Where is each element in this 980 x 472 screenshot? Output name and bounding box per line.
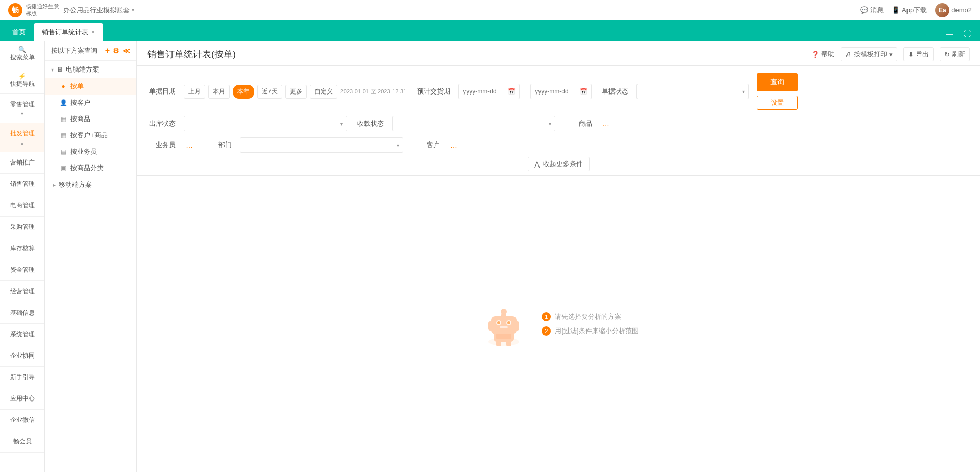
date-btn-last-7[interactable]: 近7天 [257, 85, 282, 99]
date-end-wrapper: 📅 [530, 84, 592, 99]
department-select[interactable] [240, 137, 403, 153]
sidebar-item-enterprise[interactable]: 企业协同 [0, 345, 44, 367]
empty-content: 1 请先选择要分析的方案 2 用[过滤]条件来缩小分析范围 [478, 298, 638, 349]
sidebar-marketing-label: 营销推广 [10, 158, 35, 167]
expected-delivery-input-group: 📅 — 📅 [458, 84, 592, 99]
scheme-group-pc: ▾ 🖥 电脑端方案 ● 按单 👤 按客户 ▦ 按商品 [45, 61, 136, 176]
scheme-group-pc-header[interactable]: ▾ 🖥 电脑端方案 [45, 61, 136, 78]
date-end-input[interactable] [530, 84, 592, 99]
main-layout: 🔍 搜索菜单 ⚡ 快捷导航 零售管理 ▾ 批发管理 ▴ 营销推广 销售管理 电商… [0, 41, 980, 472]
shipment-status-label: 出库状态 [147, 119, 176, 128]
scheme-item-by-product[interactable]: ▦ 按商品 [45, 111, 136, 127]
sidebar-item-operation[interactable]: 经营管理 [0, 281, 44, 302]
window-minimize-icon[interactable]: — [943, 29, 957, 39]
message-button[interactable]: 💬 消息 [860, 6, 884, 15]
sidebar-item-retail[interactable]: 零售管理 ▾ [0, 94, 44, 123]
order-status-select[interactable] [636, 84, 749, 99]
sidebar-item-marketing[interactable]: 营销推广 [0, 152, 44, 174]
scheme-item-label: 按商品分类 [70, 163, 104, 173]
sidebar-enterprise-label: 企业协同 [10, 351, 35, 360]
product-more-icon[interactable]: … [600, 120, 611, 128]
scheme-item-by-category[interactable]: ▣ 按商品分类 [45, 160, 136, 176]
logo-text: 畅捷通好生意 标版 [26, 3, 59, 16]
page-actions: ❓ 帮助 🖨 按模板打印 ▾ ⬇ 导出 ↻ 刷新 [811, 47, 970, 61]
sidebar-item-corpwx[interactable]: 企业微信 [0, 410, 44, 431]
collapse-button[interactable]: ⋀ 收起更多条件 [528, 157, 590, 171]
sidebar-arrow-icon: ▴ [21, 140, 23, 146]
scheme-item-by-order[interactable]: ● 按单 [45, 78, 136, 95]
app-download-button[interactable]: 📱 App下载 [892, 6, 927, 15]
avatar: Ea [935, 3, 949, 17]
svg-point-6 [497, 321, 500, 324]
scheme-collapse-icon[interactable]: ≪ [122, 47, 130, 54]
payment-select-wrapper: ▾ [392, 116, 555, 131]
group-label: 电脑端方案 [66, 65, 99, 74]
scheme-group-mobile: ▸ 移动端方案 [45, 176, 136, 194]
sidebar-item-newbie[interactable]: 新手引导 [0, 367, 44, 388]
date-btn-more[interactable]: 更多 [285, 85, 307, 99]
tip-1-number: 1 [542, 312, 551, 321]
sidebar-search[interactable]: 🔍 搜索菜单 [0, 41, 44, 67]
quick-nav-icon: ⚡ [4, 73, 40, 80]
shipment-status-select[interactable] [184, 116, 347, 131]
date-start-input[interactable] [458, 84, 520, 99]
date-btn-custom[interactable]: 自定义 [310, 85, 337, 99]
payment-status-label: 收款状态 [355, 119, 384, 128]
mobile-group-label: 移动端方案 [59, 180, 92, 190]
sidebar-item-sales[interactable]: 销售管理 [0, 174, 44, 195]
tab-home[interactable]: 首页 [4, 23, 34, 41]
sidebar-quick-nav[interactable]: ⚡ 快捷导航 [0, 67, 44, 94]
sidebar-item-system[interactable]: 系统管理 [0, 324, 44, 345]
nav-tabs: 首页 销售订单统计表 × — ⛶ [0, 20, 980, 41]
sidebar-ecommerce-label: 电商管理 [10, 201, 35, 210]
sidebar-retail-label: 零售管理 [10, 100, 35, 109]
print-button[interactable]: 🖨 按模板打印 ▾ [841, 47, 897, 61]
sidebar-item-finance[interactable]: 资金管理 [0, 259, 44, 281]
scheme-settings-icon[interactable]: ⚙ [113, 47, 119, 54]
customer-product-scheme-icon: ▦ [59, 132, 67, 139]
date-btn-this-year[interactable]: 本年 [233, 85, 254, 99]
filter-rows: 单据日期 上月 本月 本年 近7天 更多 自定义 2023-01-01 至 20… [137, 66, 980, 153]
sidebar-item-wholesale[interactable]: 批发管理 ▴ [0, 123, 44, 152]
scheme-item-by-customer[interactable]: 👤 按客户 [45, 95, 136, 111]
sidebar-item-ecommerce[interactable]: 电商管理 [0, 195, 44, 217]
settings-button[interactable]: 设置 [757, 96, 798, 110]
tab-close-icon[interactable]: × [91, 29, 95, 35]
print-dropdown-icon: ▾ [889, 51, 893, 58]
user-profile[interactable]: Ea demo2 [935, 3, 972, 17]
scheme-group-mobile-header[interactable]: ▸ 移动端方案 [45, 176, 136, 194]
salesman-label: 业务员 [147, 140, 176, 150]
department-label: 部门 [203, 140, 232, 150]
scheme-add-button[interactable]: + [105, 46, 110, 55]
sidebar-purchase-label: 采购管理 [10, 223, 35, 231]
help-button[interactable]: ❓ 帮助 [811, 50, 835, 59]
date-start-wrapper: 📅 [458, 84, 520, 99]
sidebar-item-purchase[interactable]: 采购管理 [0, 217, 44, 238]
sidebar-item-appcenter[interactable]: 应用中心 [0, 388, 44, 410]
sidebar-system-label: 系统管理 [10, 330, 35, 339]
date-btn-last-month[interactable]: 上月 [184, 85, 205, 99]
salesman-more-icon[interactable]: … [184, 141, 195, 149]
top-bar-title[interactable]: 办公用品行业模拟账套 ▾ [63, 6, 134, 15]
export-button[interactable]: ⬇ 导出 [903, 47, 934, 61]
window-maximize-icon[interactable]: ⛶ [961, 29, 974, 39]
customer-more-icon[interactable]: … [448, 141, 459, 149]
scheme-item-by-customer-product[interactable]: ▦ 按客户+商品 [45, 127, 136, 144]
sidebar-item-inventory[interactable]: 库存核算 [0, 238, 44, 259]
refresh-button[interactable]: ↻ 刷新 [940, 47, 970, 61]
scheme-item-by-salesman[interactable]: ▤ 按业务员 [45, 144, 136, 160]
sidebar-operation-label: 经营管理 [10, 287, 35, 296]
tip-2-text: 用[过滤]条件来缩小分析范围 [555, 326, 638, 336]
date-btn-this-month[interactable]: 本月 [208, 85, 230, 99]
tab-sales-order-stats[interactable]: 销售订单统计表 × [34, 23, 103, 41]
tip-1-text: 请先选择要分析的方案 [555, 312, 621, 321]
sidebar-newbie-label: 新手引导 [10, 373, 35, 382]
svg-point-7 [507, 321, 510, 324]
sidebar-item-basic[interactable]: 基础信息 [0, 302, 44, 324]
filter-section: 单据日期 上月 本月 本年 近7天 更多 自定义 2023-01-01 至 20… [137, 66, 980, 176]
product-scheme-icon: ▦ [59, 115, 67, 123]
main-content: 销售订单统计表(按单) ❓ 帮助 🖨 按模板打印 ▾ ⬇ 导出 [137, 41, 980, 472]
payment-status-select[interactable] [392, 116, 555, 131]
query-button[interactable]: 查询 [757, 73, 798, 91]
sidebar-item-member[interactable]: 畅会员 [0, 431, 44, 453]
